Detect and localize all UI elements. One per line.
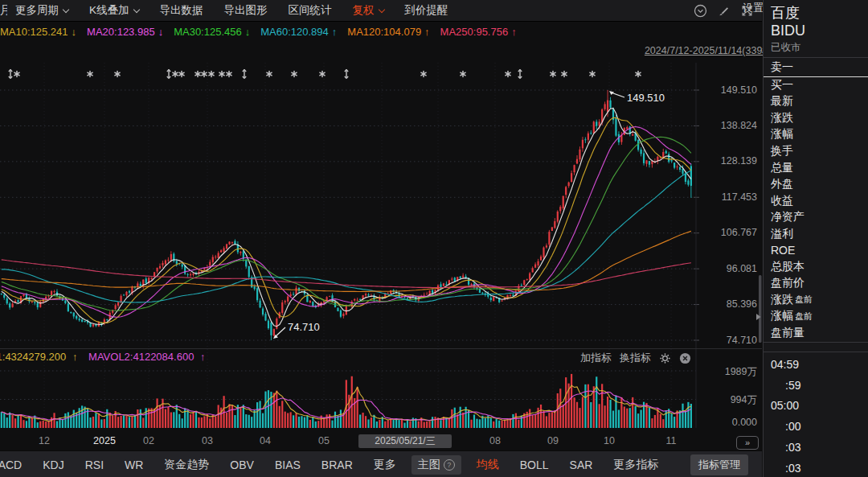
price-axis-label: 128.139	[699, 155, 757, 167]
volume-indicator-row: MAVOL1:4324279.200 ↑ MAVOL2:4122084.600 …	[0, 351, 563, 364]
trade-time: :03	[764, 437, 868, 458]
toolbar-item[interactable]: K线叠加	[89, 3, 139, 18]
quote-row: 盘前价	[764, 275, 868, 292]
indicator-tab[interactable]: RSI	[75, 458, 114, 471]
toolbar-items: 更多周期K线叠加导出数据导出图形区间统计复权到价提醒	[15, 3, 448, 18]
quote-row: 涨幅	[764, 126, 868, 143]
trade-times-list[interactable]: 04:59:5905:00:00:03:03	[764, 354, 868, 477]
gear-icon[interactable]	[659, 352, 671, 364]
close-pane-icon[interactable]	[679, 352, 691, 364]
date-axis-label: 2025	[93, 435, 116, 446]
mavol2-arrow: ↑	[200, 351, 206, 363]
quote-panel: 百度 BIDU 已收市 卖一买一最新涨跌涨幅换手总量外盘收益净资产溢利ROE总股…	[763, 0, 868, 477]
candles	[1, 90, 692, 340]
mavol1-arrow: ↑	[72, 351, 78, 363]
trade-time: 05:00	[764, 396, 868, 417]
date-axis-label: 11	[666, 435, 677, 446]
quote-row: 净资产	[764, 209, 868, 226]
indicator-tab[interactable]: BIAS	[264, 458, 311, 471]
mavol-lines	[2, 385, 691, 421]
indicator-tab[interactable]: WR	[114, 458, 154, 471]
toolbar-item[interactable]: 区间统计	[289, 3, 332, 18]
volume-pane-tools: 加指标 换指标	[580, 351, 691, 365]
date-axis-label: 12	[39, 435, 50, 446]
circle-chevron-icon[interactable]	[694, 4, 707, 18]
price-axis-label: 149.510	[699, 84, 757, 96]
ma-indicator-row: MA10:125.241↓MA20:123.985↓MA30:125.456↓M…	[0, 23, 762, 40]
add-indicator-button[interactable]: 加指标	[580, 351, 612, 365]
price-axis-label: 106.767	[699, 227, 757, 238]
toolbar-item[interactable]: 复权	[353, 3, 384, 18]
indicator-tab[interactable]: 主图?	[411, 455, 461, 475]
panel-divider	[764, 57, 868, 58]
indicator-manage-button[interactable]: 指标管理	[690, 454, 748, 475]
indicator-tab[interactable]: BOLL	[510, 458, 559, 471]
quote-header: 百度 BIDU 已收市	[764, 0, 868, 55]
volume-axis-label: 1989万	[699, 365, 757, 379]
svg-text:74.710: 74.710	[288, 321, 320, 333]
price-axis-label: 96.081	[699, 263, 757, 274]
ma-value: MA30:125.456↓	[174, 26, 250, 38]
quote-row: 盘前量	[764, 325, 868, 342]
indicator-tab[interactable]: OBV	[219, 458, 264, 471]
volume-axis-label: 0.000	[699, 417, 757, 428]
trade-time: 04:59	[764, 354, 868, 375]
ma-value: MA60:120.894↑	[260, 26, 337, 38]
trade-time: :59	[764, 375, 868, 396]
market-status: 已收市	[771, 41, 868, 55]
indicator-tab[interactable]: MACD	[0, 458, 32, 471]
date-axis-label: 05	[318, 435, 330, 446]
scroll-right-button[interactable]: »	[736, 436, 759, 450]
quote-row: 换手	[764, 143, 868, 160]
quote-row: 外盘	[764, 176, 868, 193]
date-axis-label: 10	[604, 435, 615, 446]
quote-row: ROE	[764, 242, 868, 259]
quote-rows: 卖一买一最新涨跌涨幅换手总量外盘收益净资产溢利ROE总股本盘前价涨跌盘前涨幅盘前…	[764, 60, 868, 341]
toolbar-item[interactable]: 导出数据	[160, 3, 203, 18]
switch-indicator-button[interactable]: 换指标	[620, 351, 651, 365]
toolbar-item[interactable]: 导出图形	[224, 3, 268, 18]
date-axis-label: 04	[260, 435, 271, 446]
quote-row: 收益	[764, 192, 868, 209]
price-axis-label: 117.453	[699, 191, 757, 203]
ma-value: MA120:104.079↑	[347, 26, 429, 38]
quote-row: 涨跌	[764, 110, 868, 127]
date-axis-label: 03	[202, 435, 213, 446]
quote-row: 涨幅盘前	[764, 308, 868, 325]
indicator-tab[interactable]: SAR	[559, 458, 604, 471]
trade-time: :00	[764, 416, 868, 437]
panel-divider	[764, 342, 868, 343]
indicator-tab[interactable]: 更多指标	[603, 458, 669, 472]
brush-icon[interactable]	[717, 4, 731, 18]
ma-value: MA10:125.241↓	[0, 26, 76, 38]
quote-row: 买一	[764, 77, 868, 94]
stock-symbol: BIDU	[771, 22, 868, 39]
chevron-down-icon	[378, 6, 384, 13]
quote-row: 总量	[764, 159, 868, 176]
indicator-tab[interactable]: BRAR	[311, 458, 363, 471]
ma-value: MA20:123.985↓	[87, 26, 163, 38]
quote-row: 涨跌盘前	[764, 292, 868, 309]
help-icon[interactable]: ?	[444, 459, 455, 471]
stock-trading-app: 月 更多周期K线叠加导出数据导出图形区间统计复权到价提醒 MA10:125	[0, 0, 868, 477]
volume-bars	[1, 374, 692, 428]
panel-divider	[764, 352, 868, 352]
stock-name: 百度	[771, 4, 868, 22]
indicator-tab[interactable]: 均线	[466, 458, 510, 472]
toolbar-item[interactable]: 到价提醒	[405, 3, 448, 18]
price-axis-label: 138.824	[699, 120, 757, 131]
quote-row: 溢利	[764, 225, 868, 242]
quote-row: 卖一	[764, 60, 868, 77]
ma-lines	[2, 109, 691, 327]
scroll-arrow-icon	[756, 314, 761, 320]
toolbar-item[interactable]: 更多周期	[15, 3, 68, 18]
candlestick-chart[interactable]: 149.51074.710	[0, 0, 762, 449]
mavol1-label: MAVOL1:4324279.200	[0, 351, 66, 363]
price-axis-label: 74.710	[699, 335, 757, 346]
indicator-tab[interactable]: 资金趋势	[154, 458, 219, 472]
clipped-period-item[interactable]: 月	[0, 3, 7, 18]
selected-date-box[interactable]: 2025/05/21/三	[358, 434, 452, 448]
indicator-tab[interactable]: 更多	[363, 458, 407, 472]
indicator-tab[interactable]: KDJ	[32, 458, 74, 471]
date-axis-label: 02	[143, 435, 154, 446]
